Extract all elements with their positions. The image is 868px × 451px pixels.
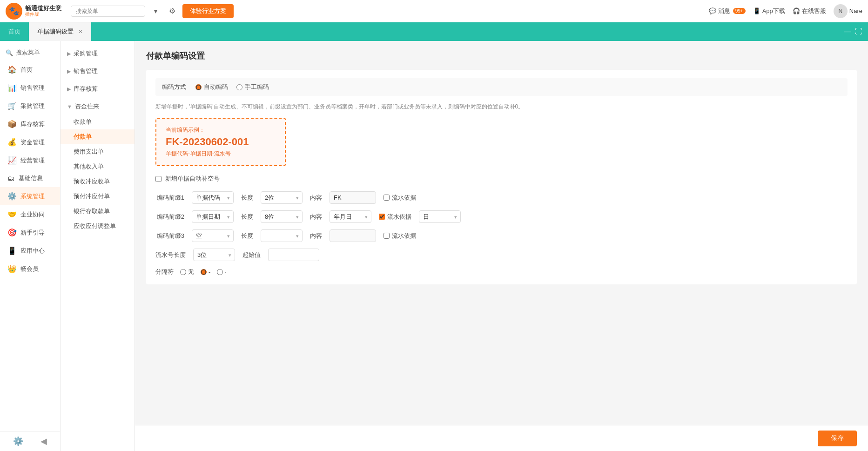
tab-close-icon[interactable]: ✕ (78, 28, 83, 35)
length3-select[interactable] (261, 229, 303, 242)
sidebar-item-enterprise[interactable]: 🤝 企业协同 (0, 205, 60, 223)
content2-select-wrap[interactable]: 年月日 (330, 210, 371, 223)
sep-dot-option[interactable]: · (217, 269, 227, 276)
topbar-right: 💬 消息 99+ 📱 App下载 🎧 在线客服 N Nare (709, 4, 862, 18)
serial3-checkbox-item[interactable]: 流水依据 (384, 232, 416, 240)
finance-icon: 💰 (7, 138, 17, 147)
content-wrapper: ▶ 采购管理 ▶ 销售管理 ▶ 库存核算 (61, 41, 868, 451)
submenu-item-advance-payment[interactable]: 预付冲应付单 (61, 189, 135, 204)
page-title: 付款单编码设置 (146, 50, 857, 61)
serial-length-select[interactable]: 3位 (193, 249, 235, 261)
serial2-checkbox-item[interactable]: 流水依据 (379, 213, 411, 221)
search-input[interactable] (71, 6, 145, 17)
online-service-item[interactable]: 🎧 在线客服 (793, 7, 826, 15)
content3-label: 内容 (310, 232, 322, 240)
guide-icon: 🎯 (7, 228, 17, 237)
tab-expand-icon[interactable]: ⛶ (855, 27, 862, 36)
topbar-gear-icon[interactable]: ⚙ (166, 5, 179, 18)
sep-dash-radio[interactable] (201, 269, 207, 275)
settings-bottom-icon[interactable]: ⚙️ (13, 436, 23, 446)
prefix2-row: 编码前缀2 单据日期 长度 8位 (155, 210, 848, 223)
sidebar-item-home[interactable]: 🏠 首页 (0, 61, 60, 79)
prefix1-select-wrap[interactable]: 单据代码 (192, 191, 234, 204)
topbar-dropdown-icon[interactable]: ▾ (149, 5, 162, 18)
message-item[interactable]: 💬 消息 99+ (709, 7, 746, 15)
serial1-checkbox-item[interactable]: 流水依据 (384, 194, 416, 202)
sidebar-item-inventory[interactable]: 📦 库存核算 (0, 115, 60, 133)
length1-select[interactable]: 2位 (261, 191, 303, 204)
period-select-wrap[interactable]: 日 (419, 210, 461, 223)
sep-none-radio[interactable] (180, 269, 186, 275)
sidebar-item-purchase[interactable]: 🛒 采购管理 (0, 97, 60, 115)
submenu-item-other-income[interactable]: 其他收入单 (61, 159, 135, 174)
submenu-item-receipt[interactable]: 收款单 (61, 114, 135, 129)
manual-code-option[interactable]: 手工编码 (236, 83, 269, 91)
headset-icon: 🎧 (793, 7, 800, 14)
submenu-item-expense[interactable]: 费用支出单 (61, 144, 135, 159)
logo-sub: 插件版 (25, 12, 61, 17)
sidebar-item-base[interactable]: 🗂 基础信息 (0, 169, 60, 187)
sidebar-item-sales[interactable]: 📊 销售管理 (0, 79, 60, 97)
tab-encoding[interactable]: 单据编码设置 ✕ (29, 22, 91, 41)
bottom-bar: 保存 (135, 425, 868, 451)
user-area[interactable]: N Nare (834, 4, 862, 18)
apps-icon: 📱 (7, 246, 17, 255)
sep-none-option[interactable]: 无 (180, 268, 194, 276)
sidebar-search[interactable]: 🔍 搜索菜单 (0, 45, 60, 61)
sidebar-item-guide[interactable]: 🎯 新手引导 (0, 223, 60, 242)
prefix2-select[interactable]: 单据日期 (192, 210, 234, 223)
submenu-sales-title[interactable]: ▶ 销售管理 (61, 63, 135, 79)
tab-minimize-icon[interactable]: — (844, 27, 851, 36)
serial3-checkbox[interactable] (384, 233, 390, 239)
sep-dot-radio[interactable] (217, 269, 223, 275)
submenu-inventory-title[interactable]: ▶ 库存核算 (61, 81, 135, 97)
content1-input[interactable] (330, 191, 376, 204)
sep-dash-option[interactable]: - (201, 269, 210, 276)
tab-home[interactable]: 首页 (0, 22, 29, 41)
submenu-sales-label: 销售管理 (74, 67, 98, 75)
app-download-item[interactable]: 📱 App下载 (753, 7, 785, 15)
preview-code: FK-20230602-001 (166, 136, 276, 148)
submenu-finance-title[interactable]: ▼ 资金往来 (61, 99, 135, 114)
prefix3-select[interactable]: 空 (192, 229, 234, 242)
submenu-finance-label: 资金往来 (75, 102, 99, 111)
manual-code-radio[interactable] (236, 84, 242, 90)
length3-select-wrap[interactable] (261, 229, 303, 242)
username: Nare (849, 7, 862, 14)
sidebar-item-apps[interactable]: 📱 应用中心 (0, 242, 60, 260)
sidebar-item-operation[interactable]: 📈 经营管理 (0, 151, 60, 169)
sidebar-item-member[interactable]: 👑 畅会员 (0, 260, 60, 278)
length2-select[interactable]: 8位 (261, 210, 303, 223)
notice-text: 新增单据时，'单据编码'自动生成、不可编辑，前缀设置为部门、业务员等档案类，开单… (155, 102, 848, 111)
prefix1-select[interactable]: 单据代码 (192, 191, 234, 204)
serial2-checkbox[interactable] (379, 214, 385, 220)
auto-code-option[interactable]: 自动编码 (195, 83, 228, 91)
start-value-input[interactable]: 1 (268, 249, 319, 261)
prefix2-select-wrap[interactable]: 单据日期 (192, 210, 234, 223)
submenu-item-advance-receipt[interactable]: 预收冲应收单 (61, 174, 135, 189)
submenu-purchase-title[interactable]: ▶ 采购管理 (61, 46, 135, 61)
serial-length-select-wrap[interactable]: 3位 (193, 249, 235, 261)
encoding-method-row: 编码方式 自动编码 手工编码 (155, 78, 848, 96)
sidebar-item-finance[interactable]: 💰 资金管理 (0, 133, 60, 151)
length1-select-wrap[interactable]: 2位 (261, 191, 303, 204)
submenu-item-payment[interactable]: 付款单 (61, 129, 135, 144)
collapse-icon[interactable]: ◀ (40, 436, 47, 446)
logo-icon: 🐾 (6, 3, 22, 20)
period-select[interactable]: 日 (419, 210, 461, 223)
content2-select[interactable]: 年月日 (330, 210, 371, 223)
length2-select-wrap[interactable]: 8位 (261, 210, 303, 223)
topbar-nav: ▾ ⚙ 体验行业方案 (71, 4, 704, 18)
section-card: 编码方式 自动编码 手工编码 (146, 70, 857, 284)
serial1-checkbox[interactable] (384, 195, 390, 201)
save-button[interactable]: 保存 (818, 431, 857, 446)
auto-code-radio[interactable] (195, 84, 202, 90)
submenu-item-adjustment[interactable]: 应收应付调整单 (61, 219, 135, 234)
prefix3-select-wrap[interactable]: 空 (192, 229, 234, 242)
auto-fill-checkbox[interactable] (155, 176, 161, 182)
sidebar-item-system[interactable]: ⚙️ 系统管理 (0, 187, 60, 205)
solution-button[interactable]: 体验行业方案 (182, 4, 234, 18)
content3-input[interactable] (330, 229, 376, 242)
submenu-item-bank[interactable]: 银行存取款单 (61, 204, 135, 219)
operation-icon: 📈 (7, 156, 17, 165)
